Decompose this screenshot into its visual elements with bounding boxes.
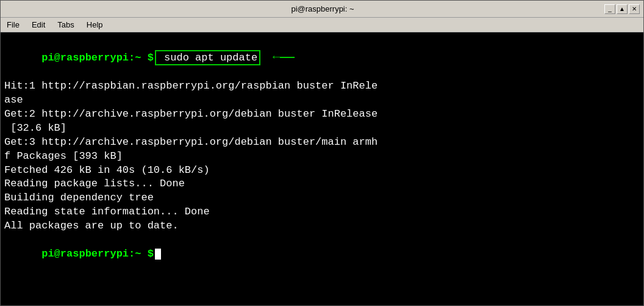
output-line-2: Hit:1 http://raspbian.raspberrypi.org/ra… [4, 79, 640, 93]
output-line-9: Reading package lists... Done [4, 177, 640, 191]
output-line-8: Fetched 426 kB in 40s (10.6 kB/s) [4, 164, 640, 178]
menu-help[interactable]: Help [83, 19, 107, 31]
output-line-12: All packages are up to date. [4, 219, 640, 233]
prompt1: pi@raspberrypi:~ $ [41, 52, 154, 64]
minimize-button[interactable]: _ [604, 4, 615, 14]
output-line-3: ase [4, 93, 640, 107]
menu-file[interactable]: File [3, 19, 23, 31]
menubar: File Edit Tabs Help [1, 18, 643, 32]
prompt2: pi@raspberrypi:~ $ [41, 248, 154, 260]
command-line: pi@raspberrypi:~ $ sudo apt update ←—— [4, 35, 640, 79]
window-controls: _ ▲ ✕ [604, 4, 640, 14]
window-title: pi@raspberrypi: ~ [41, 4, 604, 13]
output-line-7: f Packages [393 kB] [4, 150, 640, 164]
cursor [155, 249, 161, 260]
arrow-icon: ←—— [265, 50, 295, 64]
titlebar: pi@raspberrypi: ~ _ ▲ ✕ [1, 1, 643, 18]
menu-tabs[interactable]: Tabs [54, 19, 77, 31]
output-line-6: Get:3 http://archive.raspberrypi.org/deb… [4, 136, 640, 150]
output-line-5: [32.6 kB] [4, 122, 640, 136]
terminal-body[interactable]: pi@raspberrypi:~ $ sudo apt update ←—— H… [1, 32, 643, 305]
command-box: sudo apt update [155, 50, 260, 65]
output-line-4: Get:2 http://archive.raspberrypi.org/deb… [4, 107, 640, 122]
close-button[interactable]: ✕ [629, 4, 640, 14]
output-line-10: Building dependency tree [4, 191, 640, 205]
output-line-11: Reading state information... Done [4, 205, 640, 219]
final-prompt-line: pi@raspberrypi:~ $ [4, 233, 640, 275]
terminal-window: pi@raspberrypi: ~ _ ▲ ✕ File Edit Tabs H… [0, 0, 644, 306]
maximize-button[interactable]: ▲ [617, 4, 628, 14]
menu-edit[interactable]: Edit [28, 19, 49, 31]
